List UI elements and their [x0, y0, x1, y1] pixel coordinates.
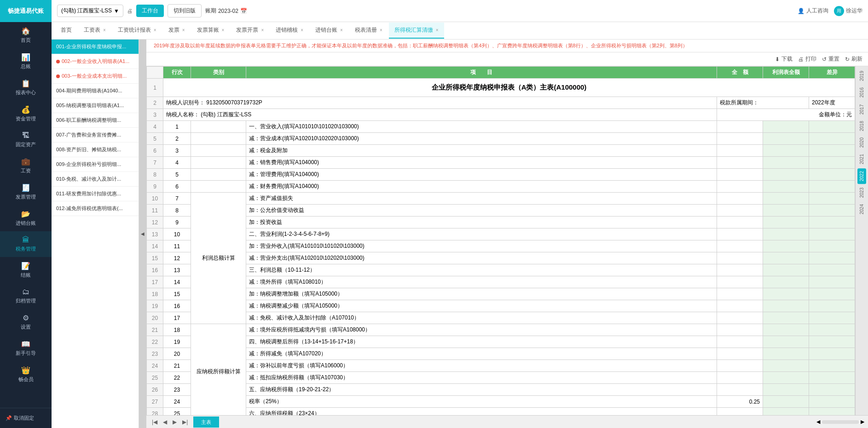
profit-amount[interactable] [763, 217, 809, 228]
profit-amount[interactable] [763, 169, 809, 181]
amount[interactable] [717, 264, 763, 276]
difference[interactable] [809, 384, 855, 396]
difference[interactable] [809, 133, 855, 145]
form-item-007[interactable]: 007-广告费和业务宣传费摊... [52, 128, 139, 143]
profit-amount[interactable] [763, 288, 809, 300]
difference[interactable] [809, 276, 855, 288]
sidebar-item-invoices[interactable]: 🧾 发票管理 [0, 179, 52, 205]
tab-invoice-open[interactable]: 发票开票 × [231, 23, 269, 39]
difference[interactable] [809, 217, 855, 228]
profit-amount[interactable] [763, 145, 809, 157]
line-number[interactable]: 12 [163, 252, 191, 264]
item-description[interactable]: 加：营业外收入(填写A101010\101020\103000) [246, 240, 717, 252]
line-number[interactable]: 21 [163, 360, 191, 372]
amount[interactable] [717, 360, 763, 372]
amount[interactable] [717, 145, 763, 157]
item-description[interactable]: 减：销售费用(填写A104000) [246, 157, 717, 169]
item-description[interactable]: 减：管理费用(填写A104000) [246, 169, 717, 181]
item-description[interactable]: 减：抵扣应纳税所得额（填写A107030） [246, 372, 717, 384]
profit-amount[interactable] [763, 324, 809, 336]
tab-audit[interactable]: 进销稽核 × [270, 23, 309, 39]
line-number[interactable]: 22 [163, 372, 191, 384]
amount[interactable] [717, 324, 763, 336]
profit-amount[interactable] [763, 408, 809, 416]
difference[interactable] [809, 396, 855, 408]
scroll-left-btn[interactable]: ◀ [816, 419, 820, 425]
profit-amount[interactable] [763, 276, 809, 288]
profit-amount[interactable] [763, 205, 809, 217]
line-number[interactable]: 8 [163, 205, 191, 217]
tab-income-tax[interactable]: 所得税汇算清缴 × [389, 23, 444, 39]
difference[interactable] [809, 157, 855, 169]
nav-last-arrow[interactable]: ▶| [180, 418, 190, 426]
tab-invoice-calc-close[interactable]: × [222, 28, 225, 33]
amount[interactable] [717, 228, 763, 240]
difference[interactable] [809, 205, 855, 217]
profit-amount[interactable] [763, 240, 809, 252]
amount[interactable] [717, 217, 763, 228]
year-2024[interactable]: 2024 [857, 201, 866, 217]
sidebar-item-settings[interactable]: ⚙ 设置 [0, 309, 52, 335]
line-number[interactable]: 16 [163, 300, 191, 312]
amount[interactable] [717, 252, 763, 264]
difference[interactable] [809, 264, 855, 276]
profit-amount[interactable] [763, 348, 809, 360]
company-selector[interactable]: (勾勒) 江西服宝-LSS ▼ [57, 5, 123, 17]
difference[interactable] [809, 288, 855, 300]
difference[interactable] [809, 360, 855, 372]
tab-payroll-stats-close[interactable]: × [154, 28, 156, 33]
tab-payroll-close[interactable]: × [103, 28, 106, 33]
line-number[interactable]: 4 [163, 157, 191, 169]
amount[interactable] [717, 312, 763, 324]
form-item-006[interactable]: 006-职工薪酬纳税调整明细... [52, 113, 139, 128]
year-2019[interactable]: 2019 [857, 68, 866, 84]
tab-invoice-calc[interactable]: 发票算账 × [191, 23, 230, 39]
amount[interactable] [717, 408, 763, 416]
profit-amount[interactable] [763, 396, 809, 408]
profit-amount[interactable] [763, 372, 809, 384]
amount[interactable] [717, 157, 763, 169]
profit-amount[interactable] [763, 133, 809, 145]
difference[interactable] [809, 252, 855, 264]
sidebar-item-closing[interactable]: 📝 结账 [0, 257, 52, 283]
tab-tax-list-close[interactable]: × [380, 28, 382, 33]
sidebar-item-guide[interactable]: 📖 新手引导 [0, 335, 52, 361]
amount[interactable] [717, 181, 763, 193]
collapse-button[interactable]: ◀ [139, 40, 146, 428]
amount[interactable] [717, 372, 763, 384]
tab-payroll[interactable]: 工资表 × [78, 23, 111, 39]
year-2018[interactable]: 2018 [857, 118, 866, 134]
item-description[interactable]: 减：财务费用(填写A104000) [246, 181, 717, 193]
difference[interactable] [809, 240, 855, 252]
calendar-icon[interactable]: 📅 [240, 8, 247, 14]
tab-payroll-stats[interactable]: 工资统计报表 × [112, 23, 162, 39]
item-description[interactable]: 一、营业收入(填写A101010\101020\103000) [246, 121, 717, 133]
form-item-003[interactable]: 003-一般企业成本支出明细... [52, 69, 139, 84]
profit-amount[interactable] [763, 181, 809, 193]
line-number[interactable]: 2 [163, 133, 191, 145]
profit-amount[interactable] [763, 193, 809, 205]
item-description[interactable]: 三、利润总额（10-11-12） [246, 264, 717, 276]
difference[interactable] [809, 336, 855, 348]
profit-amount[interactable] [763, 228, 809, 240]
amount[interactable] [717, 240, 763, 252]
refresh-button[interactable]: ↻ 刷新 [845, 55, 862, 63]
profit-amount[interactable] [763, 157, 809, 169]
tab-income-tax-close[interactable]: × [436, 28, 439, 33]
form-item-005[interactable]: 005-纳税调整项目明细表(A1... [52, 98, 139, 113]
amount[interactable] [717, 205, 763, 217]
form-item-010[interactable]: 010-免税、减计收入及加计... [52, 172, 139, 187]
difference[interactable] [809, 372, 855, 384]
profit-amount[interactable] [763, 121, 809, 133]
line-number[interactable]: 18 [163, 324, 191, 336]
tab-audit-close[interactable]: × [301, 28, 303, 33]
profit-amount[interactable] [763, 312, 809, 324]
profit-amount[interactable] [763, 360, 809, 372]
difference[interactable] [809, 193, 855, 205]
item-description[interactable]: 减：境外所得（填写A108010） [246, 276, 717, 288]
amount[interactable] [717, 121, 763, 133]
item-description[interactable]: 四、纳税调整后所得（13-14+15-16-17+18） [246, 336, 717, 348]
difference[interactable] [809, 121, 855, 133]
form-item-001[interactable]: 001-企业所得税年度纳税申报... [52, 40, 139, 54]
sidebar-item-fixed-assets[interactable]: 🏗 固定资产 [0, 127, 52, 153]
